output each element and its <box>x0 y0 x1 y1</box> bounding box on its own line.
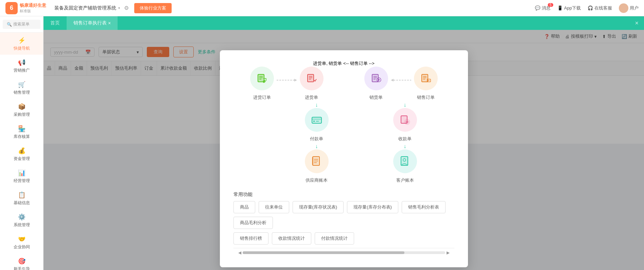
page-content: ❓ 帮助 🖨 按模板打印 ▾ ⬆ 导出 🔄 刷新 <box>43 30 644 270</box>
sidebar-search-inner[interactable]: 🔍 搜索菜单 <box>3 20 40 29</box>
modal-overlay[interactable]: 进货单, 销货单 <-- 销售订单 --> <box>43 30 644 270</box>
svg-point-32 <box>313 121 315 122</box>
sidebar-item-3[interactable]: 📦 采购管理 <box>0 99 43 121</box>
scroll-thumb[interactable] <box>243 251 405 254</box>
tab-sales-order[interactable]: 销售订单执行表 × <box>67 16 118 30</box>
online-service-btn[interactable]: 🎧 在线客服 <box>588 5 612 11</box>
sidebar-icon-0: ⚡ <box>18 37 25 44</box>
sidebar-label-8: 系统管理 <box>14 222 30 228</box>
func-btn-payment-stats[interactable]: 付款情况统计 <box>315 232 354 245</box>
func-row-1: 商品 往来单位 现存量(库存状况表) 现存量(库存分布表) 销售毛利分析表 商品… <box>233 201 454 229</box>
tab-home[interactable]: 首页 <box>43 16 67 30</box>
sidebar-label-7: 基础信息 <box>14 200 30 206</box>
message-icon: 💬 <box>535 5 540 11</box>
flow-item-sales: 销货单 <box>364 67 388 101</box>
online-service-label: 在线客服 <box>594 5 612 11</box>
sidebar-icon-9: 🤝 <box>18 235 25 243</box>
sidebar-item-10[interactable]: 🎯 新手引导 <box>0 253 43 270</box>
common-funcs-title: 常用功能 <box>233 192 454 198</box>
flow-circle-purchase <box>300 67 324 90</box>
flow-item-receipt: 收款单 <box>393 108 417 142</box>
top-bar-middle: 装备及固定资产辅助管理系统 ▾ ⚙ 体验行业方案 <box>49 3 535 13</box>
sidebar-item-5[interactable]: 💰 资金管理 <box>0 143 43 165</box>
gear-icon[interactable]: ⚙ <box>124 5 129 11</box>
sidebar-label-4: 库存核算 <box>14 134 30 140</box>
sidebar: 🔍 搜索菜单 ⚡ 快捷导航 📢 营销推广 🛒 销售管理 📦 采购管理 <box>0 16 43 270</box>
logo-icon: 6 <box>5 2 18 14</box>
content-area: 首页 销售订单执行表 × × ❓ 帮助 🖨 按 <box>43 16 644 270</box>
scroll-right-btn[interactable]: ▶ <box>445 250 451 255</box>
sidebar-icon-8: ⚙️ <box>18 213 25 221</box>
user-btn[interactable]: 用户 <box>619 3 639 13</box>
avatar-text <box>619 3 628 13</box>
logo-line1: 畅康通好生意 <box>20 3 46 8</box>
app-download-btn[interactable]: 📱 App下载 <box>557 5 581 11</box>
sidebar-item-2[interactable]: 🛒 销售管理 <box>0 77 43 99</box>
flow-label-purchase: 进货单 <box>305 94 318 101</box>
sidebar-item-1[interactable]: 📢 营销推广 <box>0 55 43 77</box>
func-btn-counterpart[interactable]: 往来单位 <box>259 201 289 213</box>
func-btn-receipt-stats[interactable]: 收款情况统计 <box>272 232 311 245</box>
logo-line2: 标准版 <box>20 8 46 13</box>
sidebar-item-0[interactable]: ⚡ 快捷导航 <box>0 33 43 55</box>
flow-circle-sales-order <box>414 67 438 90</box>
modal: 进货单, 销货单 <-- 销售订单 --> <box>220 50 468 267</box>
avatar <box>619 3 628 13</box>
sidebar-item-4[interactable]: 🏪 库存核算 <box>0 121 43 143</box>
main-area: 🔍 搜索菜单 ⚡ 快捷导航 📢 营销推广 🛒 销售管理 📦 采购管理 <box>0 16 644 270</box>
sidebar-icon-2: 🛒 <box>18 81 25 88</box>
scroll-track <box>243 251 445 254</box>
func-btn-sales-margin[interactable]: 销售毛利分析表 <box>402 201 446 213</box>
func-btn-stock-status[interactable]: 现存量(库存状况表) <box>293 201 344 213</box>
experience-btn[interactable]: 体验行业方案 <box>134 3 172 13</box>
svg-rect-31 <box>312 119 321 120</box>
sidebar-label-1: 营销推广 <box>14 68 30 73</box>
sidebar-icon-4: 🏪 <box>18 125 25 132</box>
sidebar-icon-1: 📢 <box>18 59 25 66</box>
func-btn-product-margin[interactable]: 商品毛利分析 <box>233 217 273 229</box>
sidebar-icon-6: 📊 <box>18 169 25 177</box>
sidebar-item-9[interactable]: 🤝 企业协同 <box>0 231 43 253</box>
search-icon: 🔍 <box>7 22 12 27</box>
sidebar-search[interactable]: 🔍 搜索菜单 <box>0 16 43 33</box>
tab-close-icon[interactable]: × <box>108 20 111 26</box>
func-btn-product[interactable]: 商品 <box>233 201 255 213</box>
func-row-2: 销售排行榜 收款情况统计 付款情况统计 <box>233 232 454 245</box>
top-bar-right: 💬 消息 5 📱 App下载 🎧 在线客服 用户 <box>535 3 639 13</box>
svg-marker-6 <box>294 79 297 82</box>
sidebar-icon-7: 📋 <box>18 191 25 199</box>
sidebar-item-8[interactable]: ⚙️ 系统管理 <box>0 209 43 231</box>
app-download-icon: 📱 <box>557 5 563 11</box>
sidebar-label-3: 采购管理 <box>14 112 30 118</box>
sidebar-label-6: 经营管理 <box>14 178 30 184</box>
flow-circle-purchase-order <box>250 67 274 90</box>
logo-text: 畅康通好生意 标准版 <box>20 3 46 13</box>
scroll-bar-area: ◀ ▶ <box>233 248 454 257</box>
tab-sales-order-label: 销售订单执行表 <box>73 20 107 26</box>
sidebar-label-9: 企业协同 <box>14 244 30 250</box>
system-name: 装备及固定资产辅助管理系统 <box>54 5 116 11</box>
user-label: 用户 <box>630 5 639 11</box>
svg-marker-20 <box>391 79 394 82</box>
sidebar-item-7[interactable]: 📋 基础信息 <box>0 187 43 209</box>
close-window-btn[interactable]: × <box>635 20 639 27</box>
flow-circle-payment <box>305 108 329 132</box>
dropdown-arrow-icon[interactable]: ▾ <box>118 6 120 10</box>
svg-rect-44 <box>312 157 313 165</box>
scroll-left-btn[interactable]: ◀ <box>237 250 243 255</box>
flow-circle-sales <box>364 67 388 90</box>
flow-label-supplier-ledger: 供应商账本 <box>306 177 328 183</box>
svg-rect-29 <box>312 117 321 123</box>
flow-label-sales-order: 销售订单 <box>417 94 435 101</box>
sidebar-label-0: 快捷导航 <box>14 46 30 51</box>
func-btn-sales-ranking[interactable]: 销售排行榜 <box>233 232 268 245</box>
flow-item-customer-ledger: 客户账本 <box>393 149 417 183</box>
tab-home-label: 首页 <box>50 20 60 26</box>
message-btn[interactable]: 💬 消息 5 <box>535 5 551 11</box>
sidebar-icon-3: 📦 <box>18 103 25 110</box>
func-btn-stock-dist[interactable]: 现存量(库存分布表) <box>347 201 398 213</box>
flow-circle-supplier-ledger <box>305 149 329 173</box>
flow-circle-customer-ledger <box>393 149 417 173</box>
sidebar-item-6[interactable]: 📊 经营管理 <box>0 165 43 187</box>
flow-item-purchase-order: 进货订单 <box>250 67 274 101</box>
